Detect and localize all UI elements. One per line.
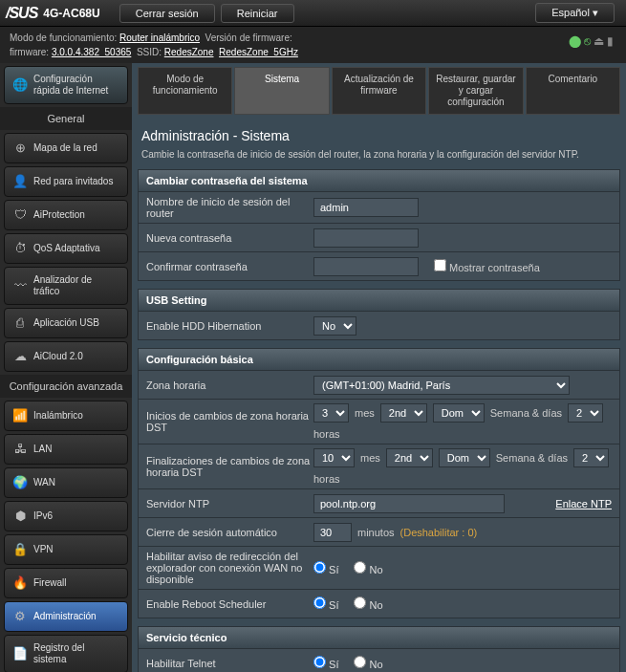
tz-label: Zona horaria [146, 379, 313, 391]
ipv6-icon: ⬢ [12, 509, 28, 524]
dst1-hour[interactable]: 2 [568, 403, 603, 423]
sidebar-qos[interactable]: ⏱QoS Adaptativa [4, 233, 128, 264]
advanced-header: Configuración avanzada [0, 375, 132, 398]
sidebar-admin[interactable]: ⚙Administración [4, 601, 128, 632]
brand-logo: /SUS [6, 5, 37, 22]
globe-icon: 🌐 [12, 77, 28, 93]
status-icons: ⬤⎋⏏▮ [569, 33, 616, 50]
dst2-month[interactable]: 10 [313, 448, 355, 467]
sidebar-lan[interactable]: 🖧LAN [4, 434, 128, 465]
login-name-input[interactable] [313, 198, 419, 217]
opmode-link[interactable]: Router inalámbrico [119, 33, 200, 43]
fire-icon: 🔥 [12, 575, 28, 591]
page-title: Administración - Sistema [138, 119, 620, 149]
autologout-label: Cierre de sesión automático [146, 527, 313, 538]
main-content: Modo de funcionamiento Sistema Actualiza… [132, 63, 626, 672]
sidebar-syslog[interactable]: 📄Registro del sistema [4, 635, 128, 672]
section-basic: Configuración básica [138, 348, 620, 371]
ntp-input[interactable] [313, 494, 505, 513]
wifi-icon: ⎋ [584, 34, 594, 48]
cloud-icon: ☁ [12, 349, 28, 364]
link-icon: ⬤ [569, 34, 584, 48]
confirm-pass-label: Confirmar contraseña [146, 261, 313, 272]
show-pass-checkbox[interactable] [434, 259, 446, 271]
firmware-link[interactable]: 3.0.0.4.382_50365 [52, 47, 131, 57]
tab-feedback[interactable]: Comentario [526, 67, 620, 115]
language-select[interactable]: Español ▾ [535, 3, 615, 23]
quick-setup-button[interactable]: 🌐Configuración rápida de Internet [4, 66, 128, 104]
sidebar-wan[interactable]: 🌍WAN [4, 467, 128, 498]
dst2-hour[interactable]: 2 [573, 448, 609, 467]
section-password: Cambiar contraseña del sistema [138, 169, 620, 192]
signal-icon: ▮ [607, 34, 616, 48]
dst1-week[interactable]: 2nd [380, 403, 427, 423]
sidebar-ipv6[interactable]: ⬢IPv6 [4, 501, 128, 531]
wan-warn-yes[interactable] [313, 561, 326, 574]
tab-restore[interactable]: Restaurar, guardar y cargar configuració… [428, 67, 523, 115]
usb-icon: ⎙ [12, 315, 28, 331]
sidebar-aiprotection[interactable]: 🛡AiProtection [4, 200, 128, 230]
reboot-yes[interactable] [313, 596, 326, 609]
sidebar-network-map[interactable]: ⊕Mapa de la red [4, 133, 128, 163]
wave-icon: 〰 [12, 278, 28, 293]
map-icon: ⊕ [12, 141, 28, 156]
usb-icon: ⏏ [594, 34, 607, 48]
sidebar-aicloud[interactable]: ☁AiCloud 2.0 [4, 341, 128, 372]
new-pass-label: Nueva contraseña [146, 232, 313, 244]
hdd-hib-label: Enable HDD Hibernation [146, 320, 313, 332]
ntp-link[interactable]: Enlace NTP [555, 498, 612, 509]
dst1-day[interactable]: Dom [433, 403, 485, 423]
sidebar-guest[interactable]: 👤Red para invitados [4, 166, 128, 197]
ssid-24[interactable]: RedesZone [164, 47, 214, 57]
lan-icon: 🖧 [12, 442, 28, 457]
telnet-no[interactable] [354, 656, 366, 668]
tab-opmode[interactable]: Modo de funcionamiento [138, 67, 232, 115]
guest-icon: 👤 [12, 174, 28, 189]
speed-icon: ⏱ [12, 241, 28, 256]
sidebar-vpn[interactable]: 🔒VPN [4, 534, 128, 565]
sidebar-traffic[interactable]: 〰Analizador de tráfico [4, 267, 128, 305]
sidebar-wireless[interactable]: 📶Inalámbrico [4, 401, 128, 431]
dst-end-label: Finalizaciones de cambios de zona horari… [146, 455, 313, 478]
telnet-yes[interactable] [313, 656, 326, 668]
shield-icon: 🛡 [12, 207, 28, 223]
dst1-month[interactable]: 3 [313, 403, 349, 423]
logout-button[interactable]: Cerrar sesión [119, 4, 215, 23]
sidebar-firewall[interactable]: 🔥Firewall [4, 568, 128, 598]
reboot-no[interactable] [354, 596, 366, 609]
section-service: Servicio técnico [138, 626, 620, 649]
page-desc: Cambie la contraseña de inicio de sesión… [138, 149, 620, 169]
tz-select[interactable]: (GMT+01:00) Madrid, París [313, 376, 570, 395]
hdd-hib-select[interactable]: No [313, 316, 356, 336]
tab-system[interactable]: Sistema [234, 67, 329, 115]
ssid-5[interactable]: RedesZone_5GHz [219, 47, 298, 57]
wifi-icon: 📶 [12, 408, 28, 423]
confirm-pass-input[interactable] [313, 257, 419, 276]
new-pass-input[interactable] [313, 228, 419, 248]
reboot-button[interactable]: Reiniciar [221, 4, 294, 23]
telnet-label: Habilitar Telnet [146, 658, 313, 669]
reboot-sched-label: Enable Reboot Scheduler [146, 598, 313, 610]
sidebar-usb[interactable]: ⎙Aplicación USB [4, 308, 128, 338]
wan-warn-no[interactable] [354, 561, 366, 574]
general-header: General [0, 107, 132, 130]
dst2-day[interactable]: Dom [439, 448, 490, 467]
vpn-icon: 🔒 [12, 542, 28, 557]
login-name-label: Nombre de inicio de sesión del router [146, 196, 313, 219]
dst-start-label: Inicios de cambios de zona horaria DST [146, 410, 313, 433]
gear-icon: ⚙ [12, 609, 28, 624]
wan-warn-label: Habilitar aviso de redirección del explo… [146, 551, 313, 585]
autologout-input[interactable] [313, 523, 352, 542]
model-name: 4G-AC68U [43, 7, 99, 20]
info-bar: Modo de funcionamiento: Router inalámbri… [0, 27, 626, 63]
tab-firmware[interactable]: Actualización de firmware [332, 67, 426, 115]
sidebar: 🌐Configuración rápida de Internet Genera… [0, 63, 132, 672]
wan-icon: 🌍 [12, 475, 28, 490]
section-usb: USB Setting [138, 289, 620, 312]
log-icon: 📄 [12, 646, 28, 661]
ntp-label: Servidor NTP [146, 498, 313, 509]
dst2-week[interactable]: 2nd [386, 448, 433, 467]
